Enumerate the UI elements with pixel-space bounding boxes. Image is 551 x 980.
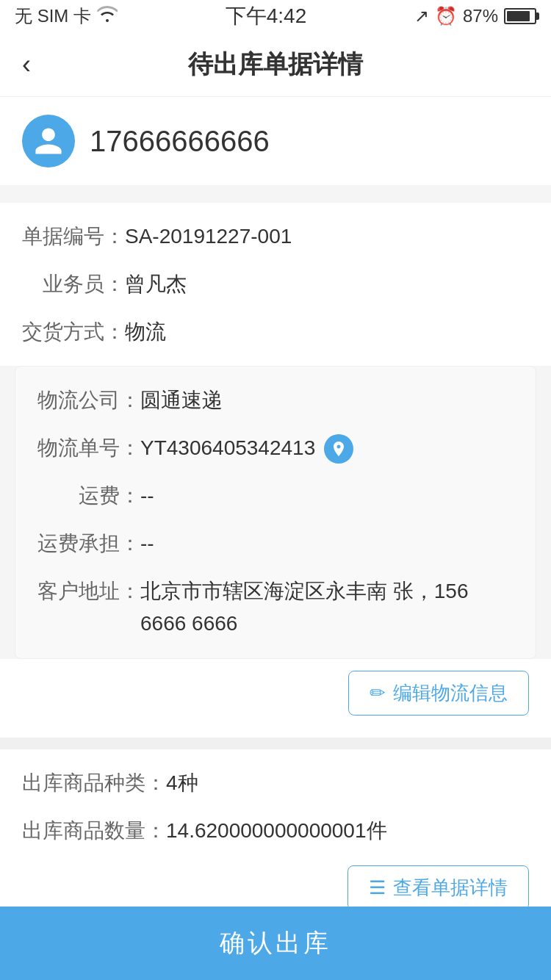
status-right: ↗ ⏰ 87% [414,6,536,26]
status-bar: 无 SIM 卡 下午4:42 ↗ ⏰ 87% [0,0,551,32]
location-status-icon: ↗ [414,6,429,26]
list-icon: ☰ [369,876,386,899]
view-details-button[interactable]: ☰ 查看单据详情 [347,865,529,910]
goods-section: 出库商品种类： 4种 出库商品数量： 14.620000000000001件 ☰… [0,749,551,928]
goods-quantity-row: 出库商品数量： 14.620000000000001件 [22,815,529,848]
goods-types-value: 4种 [166,767,529,800]
back-button[interactable]: ‹ [22,49,31,80]
status-left: 无 SIM 卡 [15,4,118,28]
user-card: 17666666666 [0,97,551,185]
logistics-company-value: 圆通速递 [140,384,514,417]
carrier-text: 无 SIM 卡 [15,4,91,28]
user-avatar [22,115,75,167]
freight-bearer-label: 运费承担： [37,527,140,561]
edit-btn-container: ✏ 编辑物流信息 [0,659,551,738]
address-row: 客户地址： 北京市市辖区海淀区永丰南 张，156 6666 6666 [37,575,514,641]
freight-bearer-value: -- [140,527,514,561]
view-details-btn-container: ☰ 查看单据详情 [22,865,529,910]
doc-info-section: 单据编号： SA-20191227-001 业务员： 曾凡杰 交货方式： 物流 [0,203,551,366]
logistics-company-row: 物流公司： 圆通速递 [37,384,514,417]
edit-logistics-button[interactable]: ✏ 编辑物流信息 [348,671,529,716]
address-label: 客户地址： [37,575,140,608]
delivery-row: 交货方式： 物流 [22,316,529,349]
view-details-label: 查看单据详情 [393,875,508,901]
goods-quantity-value: 14.620000000000001件 [166,815,529,848]
logistics-tracking-label: 物流单号： [37,432,140,465]
nav-bar: ‹ 待出库单据详情 [0,32,551,97]
address-value: 北京市市辖区海淀区永丰南 张，156 6666 6666 [140,575,514,641]
battery-icon [504,8,536,24]
status-time: 下午4:42 [226,2,307,30]
goods-types-label: 出库商品种类： [22,767,166,800]
logistics-tracking-value: YT4306405342413 [140,432,514,465]
salesman-label: 业务员： [22,268,125,301]
map-pin-icon[interactable] [324,434,353,464]
logistics-card: 物流公司： 圆通速递 物流单号： YT4306405342413 运费： -- … [15,366,536,659]
doc-number-label: 单据编号： [22,220,125,253]
battery-percent: 87% [463,6,498,26]
wifi-icon [97,6,118,26]
alarm-icon: ⏰ [435,6,457,26]
goods-quantity-label: 出库商品数量： [22,815,166,848]
freight-value: -- [140,480,514,513]
logistics-tracking-row: 物流单号： YT4306405342413 [37,432,514,465]
freight-row: 运费： -- [37,480,514,513]
section-divider [0,738,551,749]
goods-types-row: 出库商品种类： 4种 [22,767,529,800]
salesman-value: 曾凡杰 [125,268,529,301]
logistics-company-label: 物流公司： [37,384,140,417]
salesman-row: 业务员： 曾凡杰 [22,268,529,301]
confirm-button-label: 确认出库 [220,926,331,960]
delivery-label: 交货方式： [22,316,125,349]
page-title: 待出库单据详情 [188,48,363,82]
user-phone: 17666666666 [90,125,270,158]
freight-label: 运费： [37,480,140,513]
page-content: 17666666666 单据编号： SA-20191227-001 业务员： 曾… [0,97,551,980]
delivery-value: 物流 [125,316,529,349]
doc-number-value: SA-20191227-001 [125,220,529,253]
doc-number-row: 单据编号： SA-20191227-001 [22,220,529,253]
dashed-divider [0,185,551,191]
freight-bearer-row: 运费承担： -- [37,527,514,561]
edit-icon: ✏ [370,682,386,705]
confirm-button[interactable]: 确认出库 [0,907,551,980]
user-icon [32,125,65,157]
edit-logistics-label: 编辑物流信息 [393,680,508,706]
